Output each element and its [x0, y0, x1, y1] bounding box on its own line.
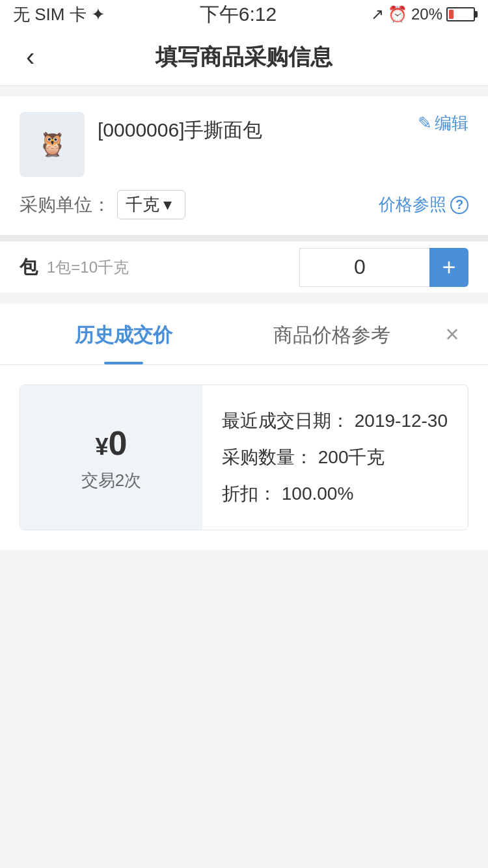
edit-icon: ✎ [418, 113, 432, 133]
edit-label: 编辑 [435, 112, 468, 135]
product-left: 🦉 [0000006]手撕面包 [20, 112, 262, 177]
dropdown-icon: ▾ [163, 195, 172, 215]
quantity-unit: 包 [20, 255, 38, 280]
history-details-panel: 最近成交日期： 2019-12-30 采购数量： 200千克 折扣： 100.0… [202, 385, 468, 530]
tabs-header: 历史成交价 商品价格参考 × [0, 304, 488, 365]
price-ref-button[interactable]: 价格参照 ? [379, 193, 468, 216]
quantity-label: 包 1包=10千克 [20, 255, 129, 280]
product-image: 🦉 [20, 112, 85, 177]
recent-date-row: 最近成交日期： 2019-12-30 [222, 409, 448, 433]
history-price-value: ¥0 [96, 424, 128, 463]
location-icon: ↗ [371, 5, 384, 23]
purchase-qty-row: 采购数量： 200千克 [222, 445, 448, 470]
sim-status: 无 SIM 卡 ✦ [13, 3, 105, 26]
recent-date-value: 2019-12-30 [355, 411, 448, 431]
quantity-row: 包 1包=10千克 + [0, 241, 488, 293]
product-top: 🦉 [0000006]手撕面包 ✎ 编辑 [20, 112, 468, 177]
status-right: ↗ ⏰ 20% [371, 5, 475, 23]
unit-label: 采购单位： 千克 ▾ [20, 190, 185, 219]
recent-date-label: 最近成交日期： [222, 411, 349, 431]
currency-symbol: ¥ [96, 433, 109, 460]
unit-value: 千克 [126, 193, 159, 216]
product-bottom: 采购单位： 千克 ▾ 价格参照 ? [20, 190, 468, 219]
history-card: ¥0 交易2次 最近成交日期： 2019-12-30 采购数量： 200千克 折… [20, 385, 468, 530]
quantity-input[interactable] [299, 248, 429, 287]
quantity-conversion: 1包=10千克 [47, 257, 129, 278]
battery-fill [449, 10, 454, 19]
unit-select[interactable]: 千克 ▾ [117, 190, 185, 219]
product-card: 🦉 [0000006]手撕面包 ✎ 编辑 采购单位： 千克 ▾ 价格参照 ? [0, 96, 488, 235]
quantity-plus-button[interactable]: + [429, 248, 468, 287]
edit-button[interactable]: ✎ 编辑 [418, 112, 468, 135]
discount-value: 100.00% [282, 483, 354, 504]
back-button[interactable]: ‹ [20, 36, 41, 78]
tabs-section: 历史成交价 商品价格参考 × ¥0 交易2次 最近成交日期： 2019-12-3… [0, 304, 488, 550]
quantity-input-group: + [299, 248, 468, 287]
product-icon: 🦉 [38, 131, 67, 158]
purchase-qty-value: 200千克 [318, 447, 385, 467]
page-title: 填写商品采购信息 [156, 42, 332, 72]
status-time: 下午6:12 [200, 1, 277, 28]
price-ref-label: 价格参照 [379, 193, 446, 216]
unit-text: 采购单位： [20, 193, 111, 217]
status-bar: 无 SIM 卡 ✦ 下午6:12 ↗ ⏰ 20% [0, 0, 488, 29]
alarm-icon: ⏰ [388, 5, 407, 23]
header: ‹ 填写商品采购信息 [0, 29, 488, 86]
product-name: [0000006]手撕面包 [98, 117, 262, 144]
battery-icon [446, 7, 475, 21]
tab-content: ¥0 交易2次 最近成交日期： 2019-12-30 采购数量： 200千克 折… [0, 365, 488, 550]
price-ref-icon: ? [450, 196, 468, 214]
history-trades: 交易2次 [81, 469, 141, 492]
discount-row: 折扣： 100.00% [222, 481, 448, 506]
tab-price-reference[interactable]: 商品价格参考 [228, 304, 436, 364]
status-left: 无 SIM 卡 ✦ [13, 3, 105, 26]
purchase-qty-label: 采购数量： [222, 447, 313, 467]
history-price-panel: ¥0 交易2次 [20, 385, 202, 530]
tab-history-price[interactable]: 历史成交价 [20, 304, 228, 364]
divider [0, 235, 488, 241]
tab-close-button[interactable]: × [436, 318, 468, 351]
discount-label: 折扣： [222, 483, 277, 504]
battery-percent: 20% [411, 5, 442, 23]
